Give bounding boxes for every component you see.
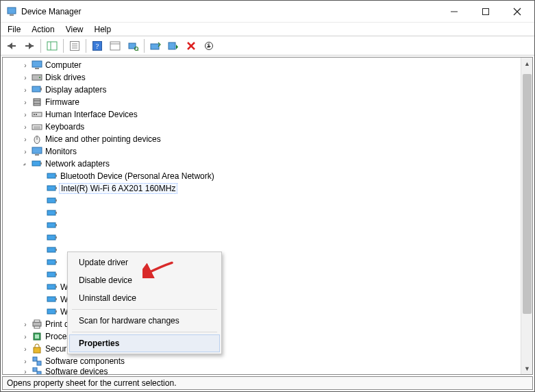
svg-rect-77 [33,357,37,361]
scroll-down-button[interactable]: ▼ [521,363,533,374]
monitor-icon [32,146,42,157]
action-button[interactable] [107,38,123,53]
close-button[interactable] [501,1,533,22]
svg-rect-71 [33,322,41,326]
menu-bar: File Action View Help [1,23,534,36]
tree-category[interactable]: › Computer [3,59,521,71]
tree-device-hidden[interactable]: › [3,232,521,244]
svg-rect-7 [25,45,34,47]
tree-device-hidden[interactable]: › [3,207,521,219]
svg-rect-47 [47,173,55,178]
expand-icon[interactable]: › [21,85,30,95]
disable-device-button[interactable] [165,38,182,53]
tree-device-hidden[interactable]: › [3,219,521,232]
tree-label: Network adapters [45,159,110,169]
svg-rect-54 [55,212,57,214]
expand-icon[interactable]: › [21,134,30,144]
svg-rect-73 [34,326,40,328]
svg-rect-0 [8,8,16,14]
expand-icon[interactable]: › [21,332,30,341]
software-device-icon [32,367,42,374]
tree-label: Software components [45,356,125,366]
network-adapter-icon [47,294,58,305]
expand-icon[interactable]: › [21,110,30,119]
tree-category[interactable]: › Software components [3,355,521,367]
hid-icon [32,109,42,120]
context-menu-scan-hardware[interactable]: Scan for hardware changes [69,312,220,330]
svg-rect-30 [32,86,40,92]
tree-category[interactable]: › Firmware [3,96,521,108]
expand-icon[interactable]: › [21,73,30,82]
tree-label: Bluetooth Device (Personal Area Network) [60,171,214,181]
tree-category[interactable]: › Keyboards [3,121,521,133]
svg-rect-32 [34,99,40,106]
network-adapter-icon [47,282,58,293]
vertical-scrollbar[interactable]: ▲ ▼ [521,58,532,374]
uninstall-device-button[interactable] [183,38,199,53]
properties-button[interactable] [66,38,83,53]
tree-label: Software devices [45,367,108,374]
tree-device-hidden[interactable]: › [3,195,521,207]
menu-action[interactable]: Action [26,23,60,36]
tree-category[interactable]: › Display adapters [3,84,521,96]
tree-device-selected[interactable]: › Intel(R) Wi-Fi 6 AX201 160MHz [3,182,521,195]
tree-category[interactable]: › Monitors [3,145,521,158]
tree-category-network-adapters[interactable]: › Network adapters [3,158,521,170]
nav-back-button[interactable] [3,38,20,53]
svg-rect-49 [47,186,55,191]
tree-label: Intel(R) Wi-Fi 6 AX201 160MHz [59,183,177,194]
additional-actions-button[interactable] [201,38,217,53]
context-menu-separator [72,332,217,332]
menu-view[interactable]: View [60,23,89,36]
context-menu-uninstall-device[interactable]: Uninstall device [69,289,220,307]
help-button[interactable]: ? [89,38,105,53]
scan-hardware-changes-button[interactable] [125,38,141,53]
svg-text:?: ? [96,42,99,50]
context-menu-update-driver[interactable]: Update driver [69,254,220,271]
collapse-icon[interactable]: › [18,157,32,171]
expand-icon[interactable]: › [21,344,30,354]
tree-category[interactable]: › Human Interface Devices [3,108,521,121]
svg-rect-44 [35,154,39,156]
tree-device[interactable]: › Bluetooth Device (Personal Area Networ… [3,170,521,182]
svg-rect-60 [55,249,57,251]
svg-rect-51 [47,198,55,203]
tree-category[interactable]: › Disk drives [3,71,521,84]
tree-label: Firmware [45,97,79,107]
expand-icon[interactable]: › [21,367,30,374]
expand-icon[interactable]: › [21,147,30,156]
context-menu-properties[interactable]: Properties [69,334,220,352]
tree-category[interactable]: › Software devices [3,367,521,374]
tree-label: Computer [45,60,82,70]
app-icon [6,6,17,17]
svg-rect-31 [40,88,42,90]
expand-icon[interactable]: › [21,356,30,366]
minimize-button[interactable] [438,1,470,22]
mouse-icon [32,134,42,145]
expand-icon[interactable]: › [21,60,30,70]
expand-icon[interactable]: › [21,97,30,107]
svg-rect-69 [47,309,55,314]
scroll-thumb[interactable] [523,74,532,314]
expand-icon[interactable]: › [21,319,30,329]
context-menu-separator [72,309,217,310]
scroll-up-button[interactable]: ▲ [521,58,533,69]
menu-help[interactable]: Help [89,23,117,36]
update-driver-button[interactable] [147,38,164,53]
svg-rect-8 [47,42,57,50]
svg-rect-72 [34,320,40,322]
svg-rect-52 [55,199,57,201]
maximize-button[interactable] [470,1,501,22]
tree-category[interactable]: › Mice and other pointing devices [3,133,521,145]
svg-rect-57 [47,235,55,240]
expand-icon[interactable]: › [21,122,30,132]
context-menu-disable-device[interactable]: Disable device [69,271,220,289]
svg-rect-61 [47,260,55,265]
menu-file[interactable]: File [2,23,26,36]
svg-rect-48 [55,175,57,177]
tree-label: Mice and other pointing devices [45,134,161,144]
svg-rect-22 [169,42,175,49]
toolbar: ? [1,36,534,56]
nav-forward-button[interactable] [21,38,38,53]
show-hide-console-tree-button[interactable] [44,38,60,53]
